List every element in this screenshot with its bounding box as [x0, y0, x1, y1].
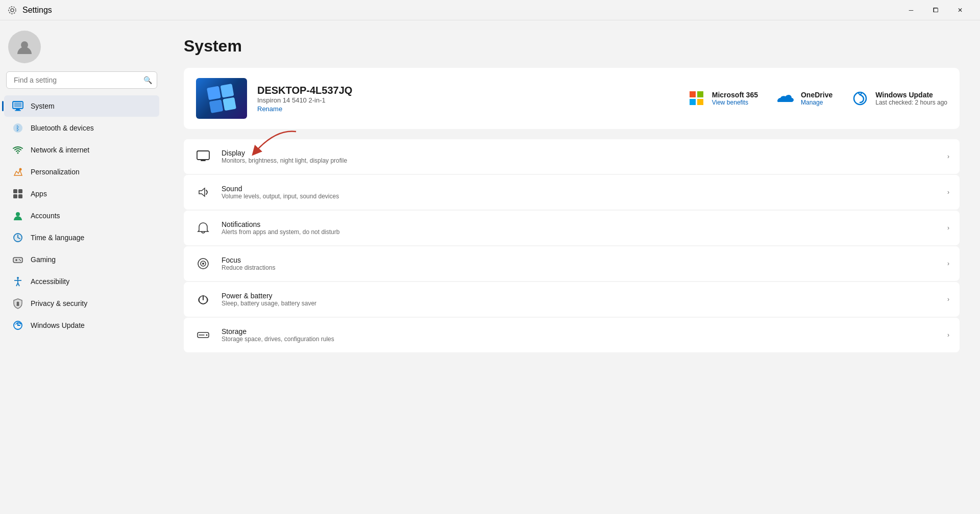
display-chevron: › [947, 153, 949, 160]
svg-point-20 [19, 259, 20, 260]
microsoft365-sub[interactable]: View benefits [712, 99, 758, 106]
main-content: System DESKTOP-4L537JQ Inspiron 14 5410 … [163, 20, 980, 514]
device-model: Inspiron 14 5410 2-in-1 [257, 96, 677, 104]
close-button[interactable]: ✕ [948, 0, 972, 20]
storage-chevron: › [947, 331, 949, 339]
display-icon [194, 147, 212, 166]
settings-app-icon [8, 6, 16, 14]
svg-point-0 [11, 9, 14, 12]
svg-point-36 [202, 263, 204, 265]
notifications-sub: Alerts from apps and system, do not dist… [222, 228, 938, 236]
svg-point-22 [17, 277, 19, 279]
power-icon [194, 290, 212, 309]
sidebar-item-network-label: Network & internet [31, 146, 89, 154]
svg-point-15 [16, 212, 20, 216]
sound-sub: Volume levels, output, input, sound devi… [222, 193, 938, 200]
svg-point-27 [17, 302, 19, 304]
device-name: DESKTOP-4L537JQ [257, 85, 677, 96]
microsoft365-icon [688, 89, 706, 108]
sidebar-item-accessibility-label: Accessibility [31, 277, 69, 286]
bluetooth-icon: ᛒ [12, 122, 23, 134]
sidebar-item-windows-update-label: Windows Update [31, 321, 85, 329]
sidebar-item-windows-update[interactable]: Windows Update [4, 315, 159, 336]
windows-update-title: Windows Update [875, 91, 947, 99]
power-row[interactable]: Power & battery Sleep, battery usage, ba… [184, 282, 960, 317]
storage-row[interactable]: Storage Storage space, drives, configura… [184, 318, 960, 352]
svg-rect-28 [17, 304, 19, 306]
sound-row[interactable]: Sound Volume levels, output, input, soun… [184, 175, 960, 210]
maximize-button[interactable]: ⧠ [924, 0, 947, 20]
sidebar-item-accounts[interactable]: Accounts [4, 205, 159, 226]
focus-title: Focus [222, 256, 938, 264]
onedrive-link[interactable]: OneDrive Manage [776, 89, 832, 108]
sidebar-item-bluetooth[interactable]: ᛒ Bluetooth & devices [4, 117, 159, 139]
sidebar-item-privacy[interactable]: Privacy & security [4, 293, 159, 314]
sidebar-item-accessibility[interactable]: Accessibility [4, 271, 159, 292]
user-section [0, 20, 163, 71]
power-title: Power & battery [222, 292, 938, 300]
svg-rect-12 [18, 189, 22, 193]
power-chevron: › [947, 296, 949, 303]
svg-rect-5 [16, 109, 20, 110]
sidebar-item-apps[interactable]: Apps [4, 183, 159, 204]
network-icon [12, 144, 23, 156]
sidebar-item-gaming-label: Gaming [31, 255, 56, 264]
display-row[interactable]: Display Monitors, brightness, night ligh… [184, 139, 960, 174]
search-box: 🔍 [6, 71, 157, 89]
gaming-icon [12, 254, 23, 265]
storage-sub: Storage space, drives, configuration rul… [222, 336, 938, 343]
device-quick-links: Microsoft 365 View benefits OneDrive Man… [688, 89, 947, 108]
focus-sub: Reduce distractions [222, 264, 938, 271]
sound-text: Sound Volume levels, output, input, soun… [222, 185, 938, 200]
sidebar-item-gaming[interactable]: Gaming [4, 249, 159, 270]
sound-chevron: › [947, 189, 949, 196]
privacy-icon [12, 298, 23, 309]
svg-point-10 [19, 168, 22, 171]
microsoft365-title: Microsoft 365 [712, 91, 758, 99]
windows-update-link[interactable]: Windows Update Last checked: 2 hours ago [851, 89, 947, 108]
sidebar-item-system-label: System [31, 102, 55, 110]
svg-rect-14 [18, 194, 22, 198]
display-sub: Monitors, brightness, night light, displ… [222, 157, 938, 164]
svg-line-26 [18, 283, 19, 286]
sidebar-item-personalization[interactable]: Personalization [4, 161, 159, 183]
device-rename-link[interactable]: Rename [257, 105, 677, 113]
power-sub: Sleep, battery usage, battery saver [222, 300, 938, 307]
app-body: 🔍 System ᛒ [0, 20, 980, 514]
system-icon [12, 100, 23, 112]
onedrive-sub[interactable]: Manage [801, 99, 832, 106]
microsoft365-link[interactable]: Microsoft 365 View benefits [688, 89, 758, 108]
settings-list: Display Monitors, brightness, night ligh… [184, 139, 960, 352]
personalization-icon [12, 166, 23, 177]
notifications-text: Notifications Alerts from apps and syste… [222, 220, 938, 236]
avatar[interactable] [8, 31, 41, 63]
search-input[interactable] [6, 71, 157, 89]
sidebar-item-time[interactable]: Time & language [4, 227, 159, 248]
notifications-chevron: › [947, 224, 949, 232]
notifications-row[interactable]: Notifications Alerts from apps and syste… [184, 211, 960, 245]
page-title: System [184, 37, 960, 56]
windows-update-text: Windows Update Last checked: 2 hours ago [875, 91, 947, 106]
storage-text: Storage Storage space, drives, configura… [222, 327, 938, 343]
display-title: Display [222, 149, 938, 157]
notifications-title: Notifications [222, 220, 938, 228]
svg-point-1 [9, 7, 16, 14]
onedrive-icon [776, 89, 795, 108]
sidebar-item-time-label: Time & language [31, 234, 84, 242]
sidebar-item-system[interactable]: System [4, 95, 159, 117]
window-controls: ─ ⧠ ✕ [899, 0, 972, 20]
focus-row[interactable]: Focus Reduce distractions › [184, 246, 960, 281]
sidebar-item-apps-label: Apps [31, 190, 47, 198]
svg-rect-6 [15, 110, 21, 111]
focus-text: Focus Reduce distractions [222, 256, 938, 271]
svg-point-9 [17, 152, 19, 154]
search-icon: 🔍 [143, 76, 152, 84]
titlebar-title: Settings [22, 6, 52, 15]
storage-icon [194, 326, 212, 344]
minimize-button[interactable]: ─ [899, 0, 923, 20]
sidebar-item-network[interactable]: Network & internet [4, 139, 159, 161]
onedrive-text: OneDrive Manage [801, 91, 832, 106]
svg-rect-31 [197, 151, 209, 160]
accessibility-icon [12, 276, 23, 287]
accounts-icon [12, 210, 23, 221]
